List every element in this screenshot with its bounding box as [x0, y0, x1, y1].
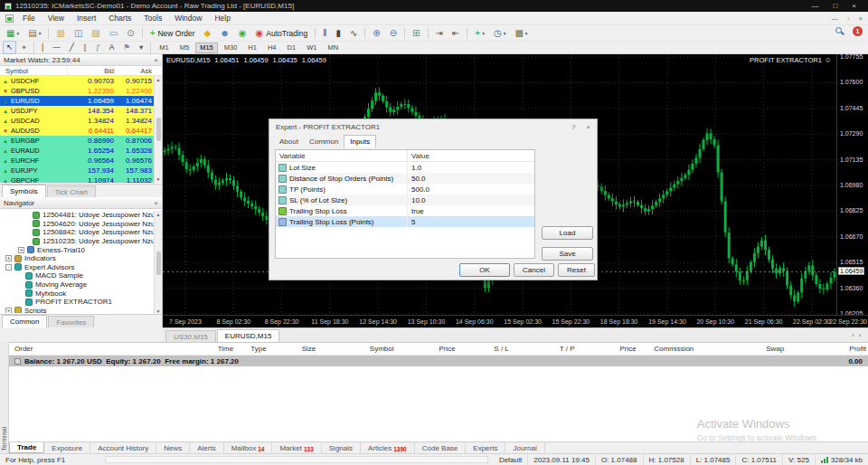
timeframe-d1[interactable]: D1	[283, 43, 301, 53]
terminal-tab-market[interactable]: Market133	[272, 442, 321, 453]
terminal-column-header[interactable]: T / P	[511, 345, 577, 353]
panel-tab-favorites[interactable]: Favorites	[48, 316, 94, 327]
dialog-close-icon[interactable]: ×	[586, 123, 590, 131]
terminal-tab-news[interactable]: News	[156, 442, 190, 453]
navigator-item[interactable]: 12504481: Udoye Jesuspower Nzube	[0, 211, 154, 220]
market-watch-row[interactable]: ▲EURJPY157.934157.983	[0, 166, 154, 176]
navigator-scrollbar[interactable]: ▲▼	[154, 211, 162, 315]
tree-expand-icon[interactable]: -	[5, 264, 12, 270]
market-watch-row[interactable]: ▲USDJPY148.354148.371	[0, 106, 154, 116]
terminal-column-header[interactable]: Price	[396, 345, 458, 353]
navigator-toggle-button[interactable]: ▨	[88, 26, 103, 40]
close-icon[interactable]: ×	[852, 2, 856, 10]
terminal-tab-alerts[interactable]: Alerts	[190, 442, 223, 453]
terminal-tab-trade[interactable]: Trade	[9, 442, 44, 453]
periods-button[interactable]: ◷▾	[490, 26, 510, 40]
dialog-tab-about[interactable]: About	[274, 136, 304, 147]
trendline-tool-button[interactable]: ╱	[66, 41, 78, 54]
chevron-down-icon[interactable]: ▾	[525, 31, 528, 36]
tree-expand-icon[interactable]: +	[18, 247, 24, 253]
templates-button[interactable]: ▩▾	[511, 26, 531, 40]
reset-button[interactable]: Reset	[558, 263, 595, 277]
market-watch-scrollbar[interactable]: ▲▼	[154, 76, 162, 183]
market-globe-button[interactable]: ◉	[235, 26, 250, 40]
navigator-item[interactable]: Moving Average	[0, 280, 154, 289]
input-row[interactable]: TP (Points)500.0	[276, 184, 534, 195]
chevron-down-icon[interactable]: ▾	[504, 31, 506, 36]
terminal-column-header[interactable]: Profit	[786, 345, 868, 353]
dialog-title-bar[interactable]: Expert - PROFIT EXTRACTOR1 ? ×	[269, 119, 597, 134]
crosshair-tool-button[interactable]: ⌖	[18, 41, 30, 54]
terminal-column-header[interactable]: Time	[184, 345, 235, 353]
panel-tab-common[interactable]: Common	[2, 315, 47, 327]
timeframe-h4[interactable]: H4	[263, 43, 281, 53]
navigator-item[interactable]: +Scripts	[0, 307, 154, 313]
candlestick-mode-button[interactable]: ▮	[332, 26, 344, 40]
market-watch-row[interactable]: ▲EURAUD1.652541.65328	[0, 146, 154, 156]
chart-tabs-right-arrow[interactable]: ›	[859, 332, 861, 338]
dialog-tab-inputs[interactable]: Inputs	[344, 135, 376, 147]
market-watch-toggle-button[interactable]: ▥	[52, 26, 68, 40]
terminal-column-header[interactable]: Order	[9, 345, 184, 353]
navigator-header[interactable]: Navigator ×	[0, 197, 162, 209]
terminal-column-header[interactable]: S / L	[458, 345, 511, 353]
menu-help[interactable]: Help	[208, 14, 236, 23]
chevron-down-icon[interactable]: ▾	[16, 31, 19, 36]
ea-smiley-icon[interactable]: ☺	[825, 56, 832, 64]
horizontal-line-tool-button[interactable]: —	[49, 41, 64, 54]
navigator-item[interactable]: PROFIT EXTRACTOR1	[0, 298, 154, 307]
terminal-column-header[interactable]: Symbol	[317, 345, 395, 353]
vertical-line-tool-button[interactable]: |	[38, 41, 47, 54]
terminal-column-header[interactable]: Swap	[695, 345, 786, 353]
strategy-tester-toggle-button[interactable]: ⊙	[123, 26, 137, 40]
navigator-item[interactable]: +Indicators	[0, 254, 154, 263]
column-bid[interactable]: Bid	[67, 67, 114, 75]
timeframe-w1[interactable]: W1	[302, 43, 321, 53]
terminal-toggle-button[interactable]: ▭	[106, 26, 121, 40]
menu-view[interactable]: View	[42, 14, 71, 23]
arrows-tool-button[interactable]: ⚑	[119, 41, 134, 54]
navigator-item[interactable]: Myfxbook	[0, 289, 154, 298]
objects-dropdown-button[interactable]: ▾	[136, 41, 146, 54]
mql5-community-button[interactable]: ☻	[216, 26, 233, 40]
timeframe-m15[interactable]: M15	[195, 43, 218, 53]
auto-scroll-button[interactable]: ⇥	[432, 26, 447, 40]
menu-file[interactable]: File	[16, 14, 42, 23]
tree-expand-icon[interactable]: +	[5, 255, 12, 261]
terminal-column-header[interactable]: Type	[235, 345, 268, 353]
terminal-tab-articles[interactable]: Articles1390	[361, 442, 415, 453]
title-bar[interactable]: 12510235: ICMarketsSC-Demo01 - Demo Acco…	[0, 0, 868, 12]
input-value[interactable]: 10.0	[407, 195, 534, 205]
chart-tabs-left-arrow[interactable]: ‹	[852, 332, 854, 338]
input-value[interactable]: 500.0	[407, 184, 534, 195]
maximize-icon[interactable]: □	[833, 2, 837, 10]
market-watch-row[interactable]: ▲EURUSD1.064591.06474	[0, 96, 154, 106]
channel-tool-button[interactable]: ∥	[80, 41, 90, 54]
fibonacci-tool-button[interactable]: ƒ	[92, 41, 104, 54]
data-window-toggle-button[interactable]: ◫	[71, 26, 86, 40]
input-value[interactable]: 5	[407, 216, 534, 227]
line-chart-mode-button[interactable]: ∿	[346, 26, 361, 40]
terminal-column-header[interactable]: Commission	[638, 345, 696, 353]
input-row[interactable]: Lot Size1.0	[276, 162, 534, 173]
autotrading-button[interactable]: ◉AutoTrading	[252, 26, 312, 40]
zoom-in-button[interactable]: ⊕	[369, 26, 383, 40]
input-row[interactable]: SL (% of Lot Size)10.0	[276, 195, 534, 205]
chart-tab-us30-m15[interactable]: US30,M15	[165, 330, 216, 342]
indicators-list-button[interactable]: +▾	[471, 26, 488, 40]
timeframe-h1[interactable]: H1	[243, 43, 261, 53]
market-watch-row[interactable]: ▲GBPCHF1.109741.11032	[0, 176, 154, 183]
dialog-tab-common[interactable]: Common	[304, 136, 344, 147]
panel-tab-tick-chart[interactable]: Tick Chart	[47, 185, 96, 197]
terminal-tab-experts[interactable]: Experts	[466, 442, 505, 453]
menu-insert[interactable]: Insert	[71, 14, 102, 23]
minimize-icon[interactable]: —	[811, 2, 818, 10]
navigator-item[interactable]: +Exness-Trial10	[0, 245, 154, 254]
tree-expand-icon[interactable]: +	[5, 308, 12, 313]
terminal-column-header[interactable]: Size	[269, 345, 318, 353]
terminal-column-header[interactable]: Price	[577, 345, 638, 353]
navigator-item[interactable]: 12508842: Udoye Jesuspower Nzube	[0, 228, 154, 237]
market-watch-header[interactable]: Market Watch: 23:59:44 ×	[0, 54, 162, 66]
input-row[interactable]: Trailing Stop Losstrue	[276, 205, 534, 216]
load-button[interactable]: Load	[542, 226, 593, 240]
